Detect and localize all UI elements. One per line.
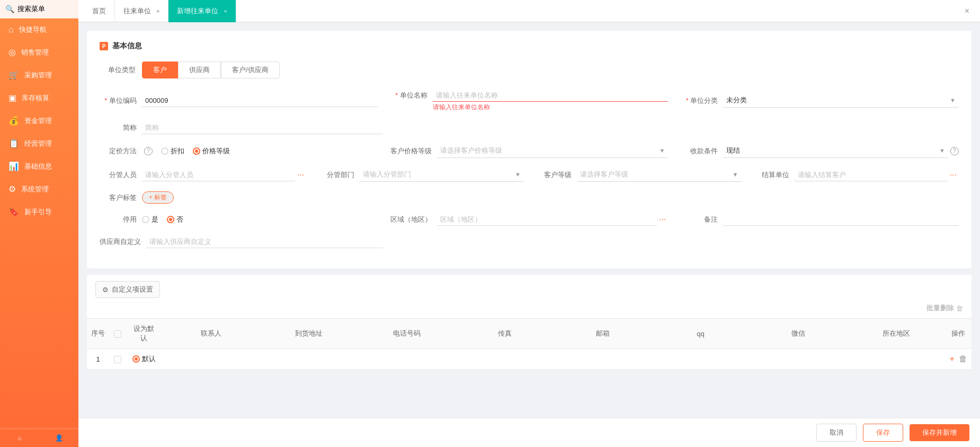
region-input[interactable] [437,213,657,226]
radio-discount[interactable]: 折扣 [161,146,184,156]
sidebar-label-finance: 资金管理 [24,116,52,126]
system-icon: ⚙ [8,184,16,194]
col-actions: 操作 [946,319,972,349]
address-input[interactable] [264,355,354,363]
unit-type-customer-btn[interactable]: 客户 [142,62,178,78]
cell-address [260,349,358,370]
sidebar-bottom: ⌂ 👤 [0,428,78,447]
customer-level-placeholder: 请选择客户等级 [580,170,628,179]
col-wechat: 微信 [750,319,848,349]
sidebar-item-operations[interactable]: 📋 经营管理 [0,132,78,155]
batch-delete-btn[interactable]: 批量删除 [926,303,954,313]
custom-settings-row: ⚙ 自定义项设置 [87,275,972,298]
radio-price-level-circle [193,147,200,155]
save-button[interactable]: 保存 [863,424,903,442]
del-row-btn[interactable]: 🗑 [959,354,967,364]
tab-new-partner-label: 新增往来单位 [177,6,218,16]
row-checkbox[interactable] [114,356,121,363]
disabled-label: 停用 [100,215,142,224]
payment-terms-value: 现结 [726,146,740,155]
short-name-input[interactable] [142,121,383,134]
unit-code-input[interactable] [142,94,378,107]
payment-terms-select[interactable]: 现结 ▼ [723,144,948,158]
custom-settings-btn[interactable]: ⚙ 自定义项设置 [95,281,160,298]
qq-input[interactable] [656,355,745,363]
payment-terms-dropdown-icon: ▼ [939,147,945,154]
pricing-help-icon[interactable]: ? [144,147,153,155]
radio-disabled-yes-label: 是 [152,215,158,224]
tab-partner-list[interactable]: 往来单位 × [115,0,168,22]
disabled-radio-group: 是 否 [142,215,183,224]
sidebar-item-guide[interactable]: 🔖 新手引导 [0,200,78,223]
select-all-checkbox[interactable] [114,330,121,338]
sidebar-item-purchase[interactable]: 🛒 采购管理 [0,64,78,86]
unit-type-supplier-btn[interactable]: 供应商 [178,62,221,78]
customer-price-level-placeholder: 请选择客户价格等级 [440,146,502,155]
search-menu[interactable]: 🔍 搜索菜单 [0,0,78,19]
email-input[interactable] [558,355,647,363]
department-label: 分管部门 [317,170,360,180]
payment-terms-help-icon[interactable]: ? [950,147,959,155]
basic-info-icon: 📊 [8,161,19,171]
tab-new-partner-close[interactable]: × [224,8,227,14]
unit-type-both-btn[interactable]: 客户/供应商 [221,62,280,78]
window-close-btn[interactable]: × [959,6,975,16]
table-toolbar: 批量删除 🗑 [87,298,972,318]
cell-customer-price-level: 客户价格等级 请选择客户价格等级 ▼ [390,144,669,158]
settlement-unit-more-btn[interactable]: ··· [948,170,959,180]
radio-disabled-no[interactable]: 否 [167,215,183,224]
unit-name-error: 请输入往来单位名称 [433,103,490,112]
unit-code-label: 单位编码 [100,96,142,106]
cell-wechat [750,349,848,370]
department-select[interactable]: 请输入分管部门 ▼ [360,168,524,182]
cell-supplier-custom: 供应商自定义 [100,235,383,248]
unit-category-select[interactable]: 未分类 ▼ [723,93,959,108]
settlement-unit-input[interactable] [795,169,948,181]
sidebar-item-inventory[interactable]: ▣ 库存核算 [0,86,78,109]
tab-home[interactable]: 首页 [84,0,115,22]
wechat-input[interactable] [754,355,843,363]
unit-name-input[interactable] [433,89,669,102]
sidebar-item-quick-nav[interactable]: ⌂ 快捷导航 [0,19,78,41]
customer-price-level-select[interactable]: 请选择客户价格等级 ▼ [437,144,669,158]
cell-payment-terms: 收款条件 现结 ▼ ? [681,144,959,158]
phone-input[interactable] [362,355,452,363]
col-qq: qq [652,319,750,349]
contact-input[interactable] [166,355,256,363]
sidebar-item-basic-info[interactable]: 📊 基础信息 [0,155,78,178]
default-label: 默认 [142,354,156,364]
add-tag-btn[interactable]: + 标签 [142,191,174,204]
fax-input[interactable] [460,355,549,363]
tab-partner-list-close[interactable]: × [156,8,159,14]
sidebar-item-system[interactable]: ⚙ 系统管理 [0,178,78,200]
col-region: 所在地区 [848,319,946,349]
remark-input[interactable] [723,213,959,226]
section-icon: P [100,42,108,50]
search-icon: 🔍 [5,5,14,13]
manager-more-btn[interactable]: ··· [295,170,306,180]
manager-input[interactable] [142,169,295,181]
sidebar-item-sales[interactable]: ◎ 销售管理 [0,41,78,64]
save-new-button[interactable]: 保存并新增 [910,424,969,441]
radio-price-level[interactable]: 价格等级 [193,146,230,156]
col-seq: 序号 [87,319,109,349]
sidebar-item-finance[interactable]: 💰 资金管理 [0,109,78,132]
cancel-button[interactable]: 取消 [816,424,857,442]
radio-disabled-yes[interactable]: 是 [142,215,158,224]
sidebar-home-btn[interactable]: ⌂ [0,429,39,447]
supplier-custom-input[interactable] [146,235,383,248]
inventory-icon: ▣ [8,93,16,103]
cell-pricing-method: 定价方法 ? 折扣 价格等级 [100,146,378,156]
radio-price-level-label: 价格等级 [202,146,230,156]
region-row-input[interactable] [852,355,941,363]
cell-email [554,349,652,370]
region-more-btn[interactable]: ··· [657,215,668,224]
customer-level-select[interactable]: 请选择客户等级 ▼ [577,168,742,182]
default-radio[interactable]: 默认 [130,354,158,364]
unit-type-label: 单位类型 [100,65,142,75]
price-level-dropdown-icon: ▼ [659,147,665,154]
sidebar-user-btn[interactable]: 👤 [39,429,78,447]
cell-phone [358,349,456,370]
add-row-btn[interactable]: + [950,354,955,364]
tab-new-partner[interactable]: 新增往来单位 × [168,0,236,22]
